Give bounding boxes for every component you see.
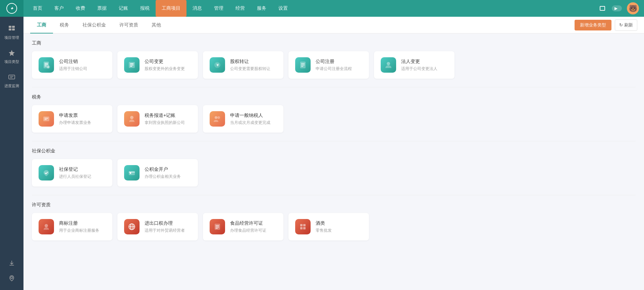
section-title-0: 工商 [32, 40, 636, 46]
card-title-1: 公司变更 [145, 59, 185, 65]
sidebar-item-project-type[interactable]: 项目类型 [0, 44, 23, 68]
sidebar: 项目管理 项目类型 进度监测 [0, 17, 23, 290]
card-title-1: 进出口权办理 [145, 220, 185, 226]
card-text-商标注册: 商标注册用于企业商标注册服务 [59, 220, 99, 233]
tab-item-许可资质[interactable]: 许可资质 [113, 17, 145, 33]
svg-rect-46 [303, 227, 306, 229]
sidebar-bottom [5, 257, 18, 290]
sidebar-item-project-management[interactable]: 项目管理 [0, 20, 23, 44]
card-title-4: 法人变更 [401, 59, 437, 65]
card-icon-进出口权办理 [124, 219, 140, 234]
nav-item-首页[interactable]: 首页 [27, 0, 48, 17]
card-icon-商标注册 [39, 219, 54, 234]
service-card-申请一般纳税人[interactable]: 申请一般纳税人当月或次月成变更完成 [203, 105, 283, 133]
nav-item-管理[interactable]: 管理 [208, 0, 229, 17]
avatar[interactable]: 🐻 [627, 2, 639, 14]
logo: ✦ [0, 0, 23, 17]
card-icon-公司注册 [295, 57, 311, 73]
scroll-content[interactable]: 工商公司注销适用于注销公司公司变更股权变更外的业务变更￥股权转让公司变更需要股权… [23, 33, 644, 290]
card-desc-0: 用于企业商标注册服务 [59, 228, 99, 233]
svg-point-29 [130, 116, 133, 119]
card-text-食品经营许可证: 食品经营许可证办理食品经营许可证 [230, 220, 266, 233]
card-grid-3: 商标注册用于企业商标注册服务进出口权办理适用于对外贸易经营者食品经营许可证办理食… [32, 213, 636, 240]
service-card-公司变更[interactable]: 公司变更股权变更外的业务变更 [117, 51, 198, 79]
svg-rect-44 [303, 224, 306, 226]
service-card-公积金开户[interactable]: 公积金开户办理公积金相关业务 [117, 159, 198, 187]
card-desc-0: 办理申请发票业务 [59, 120, 91, 126]
service-card-公司注册[interactable]: 公司注册申请公司注册全流程 [288, 51, 369, 79]
card-desc-2: 公司变更需要股权转让 [230, 66, 270, 72]
card-icon-法人变更 [381, 57, 396, 73]
svg-rect-39 [215, 224, 220, 230]
nav-item-客户[interactable]: 客户 [48, 0, 70, 17]
service-card-公司注销[interactable]: 公司注销适用于注销公司 [32, 51, 112, 79]
card-title-0: 社保登记 [59, 166, 91, 172]
card-title-0: 申请发票 [59, 113, 91, 119]
nav-item-票据[interactable]: 票据 [91, 0, 113, 17]
service-card-商标注册[interactable]: 商标注册用于企业商标注册服务 [32, 213, 112, 240]
card-text-公司变更: 公司变更股权变更外的业务变更 [145, 59, 185, 72]
nav-item-服务[interactable]: 服务 [251, 0, 272, 17]
service-card-社保登记[interactable]: 社保登记进行人员社保登记 [32, 159, 112, 187]
card-title-3: 公司注册 [316, 59, 352, 65]
svg-marker-4 [9, 50, 15, 56]
svg-text:￥: ￥ [216, 63, 219, 67]
card-text-进出口权办理: 进出口权办理适用于对外贸易经营者 [145, 220, 185, 233]
card-text-社保登记: 社保登记进行人员社保登记 [59, 166, 91, 179]
service-card-法人变更[interactable]: 法人变更适用于公司变更法人 [374, 51, 454, 79]
add-type-button[interactable]: 新增业务类型 [575, 20, 611, 30]
refresh-icon: ↻ [619, 22, 623, 27]
svg-rect-5 [9, 75, 15, 79]
fullscreen-icon [600, 6, 605, 11]
card-text-酒类: 酒类零售批发 [316, 220, 332, 233]
card-icon-食品经营许可证 [210, 219, 225, 234]
vip-button[interactable]: ▶ [612, 5, 622, 11]
svg-rect-3 [12, 28, 15, 30]
tab-item-其他[interactable]: 其他 [145, 17, 168, 33]
nav-item-报税[interactable]: 报税 [134, 0, 156, 17]
fullscreen-button[interactable] [600, 6, 607, 11]
card-icon-税务报道+记账 [124, 111, 140, 127]
section-divider-0 [32, 87, 636, 87]
service-card-申请发票[interactable]: 申请发票办理申请发票业务 [32, 105, 112, 133]
refresh-button[interactable]: ↻ 刷新 [615, 19, 637, 31]
card-grid-2: 社保登记进行人员社保登记公积金开户办理公积金相关业务 [32, 159, 636, 187]
card-text-公司注册: 公司注册申请公司注册全流程 [316, 59, 352, 72]
tab-actions: 新增业务类型↻ 刷新 [575, 19, 637, 31]
card-desc-0: 适用于注销公司 [59, 66, 87, 72]
card-desc-0: 进行人员社保登记 [59, 174, 91, 179]
card-title-3: 酒类 [316, 220, 332, 226]
top-navigation: ✦ 首页客户收费票据记账报税工商项目消息管理经营服务设置 ▶ 🐻 [0, 0, 644, 17]
svg-point-31 [217, 116, 220, 119]
service-card-食品经营许可证[interactable]: 食品经营许可证办理食品经营许可证 [203, 213, 283, 240]
service-card-进出口权办理[interactable]: 进出口权办理适用于对外贸易经营者 [117, 213, 198, 240]
download-icon-button[interactable] [5, 257, 18, 270]
card-desc-1: 股权变更外的业务变更 [145, 66, 185, 72]
tab-item-税务[interactable]: 税务 [53, 17, 76, 33]
card-icon-申请发票 [39, 111, 54, 127]
nav-item-工商项目[interactable]: 工商项目 [156, 0, 186, 17]
nav-item-收费[interactable]: 收费 [70, 0, 91, 17]
service-card-酒类[interactable]: 酒类零售批发 [288, 213, 369, 240]
card-desc-3: 申请公司注册全流程 [316, 66, 352, 72]
tab-item-社保公积金[interactable]: 社保公积金 [76, 17, 113, 33]
nav-item-设置[interactable]: 设置 [272, 0, 294, 17]
location-icon-button[interactable] [5, 272, 18, 285]
sidebar-label-project-type: 项目类型 [4, 59, 19, 64]
svg-point-35 [45, 224, 48, 227]
nav-item-经营[interactable]: 经营 [229, 0, 251, 17]
card-icon-公积金开户 [124, 165, 140, 180]
nav-item-消息[interactable]: 消息 [186, 0, 208, 17]
service-card-税务报道+记账[interactable]: 税务报道+记账拿到营业执照的新公司 [117, 105, 198, 133]
service-card-股权转让[interactable]: ￥股权转让公司变更需要股权转让 [203, 51, 283, 79]
tab-bar: 工商税务社保公积金许可资质其他新增业务类型↻ 刷新 [23, 17, 644, 33]
main-layout: 项目管理 项目类型 进度监测 [0, 17, 644, 290]
tab-item-工商[interactable]: 工商 [30, 17, 53, 33]
svg-rect-1 [12, 26, 15, 28]
card-title-0: 公司注销 [59, 59, 87, 65]
card-text-股权转让: 股权转让公司变更需要股权转让 [230, 59, 270, 72]
nav-item-记账[interactable]: 记账 [113, 0, 134, 17]
card-desc-1: 适用于对外贸易经营者 [145, 228, 185, 233]
project-type-icon [7, 48, 16, 58]
sidebar-item-progress-monitor[interactable]: 进度监测 [0, 68, 23, 92]
